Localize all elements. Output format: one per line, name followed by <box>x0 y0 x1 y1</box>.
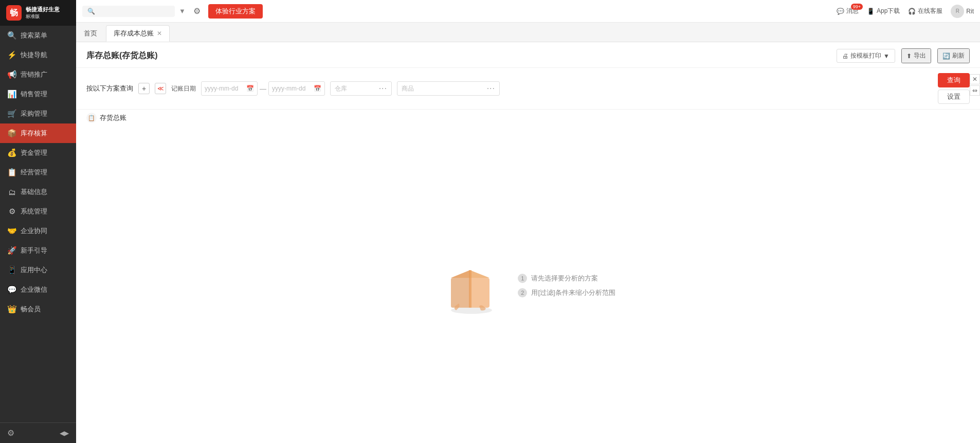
warehouse-placeholder: 仓库 <box>335 84 347 93</box>
panel-controls: ✕ ⇔ <box>970 74 980 96</box>
empty-illustration <box>441 255 502 316</box>
export-label: 导出 <box>914 51 926 60</box>
template-print-button[interactable]: 🖨 按模板打印 ▼ <box>837 49 895 63</box>
export-icon: ⬆ <box>906 52 912 60</box>
sidebar-item-search[interactable]: 🔍 搜索菜单 <box>0 26 76 45</box>
content-wrapper: 库存总账(存货总账) 🖨 按模板打印 ▼ ⬆ 导出 🔄 刷新 <box>76 42 980 443</box>
page-header-actions: 🖨 按模板打印 ▼ ⬆ 导出 🔄 刷新 <box>837 48 970 63</box>
sidebar-item-coop[interactable]: 🤝 企业协同 <box>0 221 76 241</box>
capital-icon: 💰 <box>7 148 16 157</box>
date-end-input[interactable]: yyyy-mm-dd 📅 <box>268 81 325 96</box>
app-download-button[interactable]: 📱 App下载 <box>867 7 900 15</box>
sidebar-item-capital[interactable]: 💰 资金管理 <box>0 143 76 163</box>
industry-btn[interactable]: 体验行业方案 <box>208 4 263 19</box>
scheme-label: 存货总账 <box>100 113 126 122</box>
inventory-icon: 📦 <box>7 129 16 138</box>
wechat-icon: 💬 <box>7 285 16 294</box>
sidebar-item-label: 资金管理 <box>21 148 47 157</box>
right-actions: 查询 设置 <box>938 73 970 104</box>
appcenter-icon: 📱 <box>7 265 16 275</box>
sidebar-item-label: 畅会员 <box>21 305 41 314</box>
hint-num-1: 1 <box>518 274 527 283</box>
tab-close-icon[interactable]: ✕ <box>157 30 162 37</box>
refresh-button[interactable]: 🔄 刷新 <box>937 48 970 63</box>
topbar-chevron-icon[interactable]: ▼ <box>179 7 186 15</box>
sidebar-item-marketing[interactable]: 📢 营销推广 <box>0 65 76 84</box>
sidebar-item-guide[interactable]: 🚀 新手引导 <box>0 241 76 260</box>
date-start-input[interactable]: yyyy-mm-dd 📅 <box>201 81 258 96</box>
refresh-label: 刷新 <box>952 51 965 60</box>
calendar-end-icon[interactable]: 📅 <box>314 85 321 92</box>
refresh-icon: 🔄 <box>942 52 950 60</box>
date-end-placeholder: yyyy-mm-dd <box>272 85 305 92</box>
date-separator: — <box>260 85 266 93</box>
guide-icon: 🚀 <box>7 246 16 255</box>
sidebar-item-sales[interactable]: 📊 销售管理 <box>0 84 76 104</box>
sidebar-item-basic[interactable]: 🗂 基础信息 <box>0 182 76 202</box>
query-button[interactable]: 查询 <box>938 73 970 87</box>
sidebar-settings-icon[interactable]: ⚙ <box>7 428 14 438</box>
sidebar-collapse-icon[interactable]: ◀▶ <box>60 430 69 437</box>
sales-icon: 📊 <box>7 90 16 99</box>
product-select[interactable]: 商品 ··· <box>397 81 500 96</box>
panel-close-button[interactable]: ✕ <box>970 74 980 84</box>
filter-add-button[interactable]: + <box>138 83 150 94</box>
scheme-icon: 📋 <box>86 113 97 123</box>
headset-icon: 🎧 <box>908 8 916 15</box>
sidebar-item-inventory[interactable]: 📦 库存核算 <box>0 123 76 143</box>
sidebar-item-label: 快捷导航 <box>21 50 47 60</box>
sidebar-item-label: 企业协同 <box>21 226 47 236</box>
page-title: 库存总账(存货总账) <box>86 50 158 61</box>
topbar-right: 💬 消息 99+ 📱 App下载 🎧 在线客服 R Rit <box>837 5 974 18</box>
topbar-gear-button[interactable]: ⚙ <box>190 4 204 19</box>
message-button[interactable]: 💬 消息 99+ <box>837 7 859 15</box>
user-avatar: R <box>951 5 964 18</box>
sidebar-item-appcenter[interactable]: 📱 应用中心 <box>0 260 76 280</box>
system-icon: ⚙ <box>7 207 16 216</box>
sidebar-item-label: 库存核算 <box>21 129 47 138</box>
member-icon: 👑 <box>7 305 16 314</box>
setting-button[interactable]: 设置 <box>938 90 970 104</box>
sidebar-item-member[interactable]: 👑 畅会员 <box>0 299 76 319</box>
empty-hint-2: 2 用[过滤]条件来缩小分析范围 <box>518 288 615 297</box>
shortcut-icon: ⚡ <box>7 50 16 60</box>
sidebar-bottom: ⚙ ◀▶ <box>0 422 76 443</box>
tab-home-label: 首页 <box>84 29 97 38</box>
search-icon: 🔍 <box>7 31 16 40</box>
sidebar-item-system[interactable]: ⚙ 系统管理 <box>0 202 76 221</box>
sidebar-item-label: 采购管理 <box>21 109 47 118</box>
topbar-search[interactable]: 🔍 <box>82 6 175 17</box>
warehouse-more-icon: ··· <box>379 84 387 93</box>
date-range: yyyy-mm-dd 📅 — yyyy-mm-dd 📅 <box>201 81 325 96</box>
app-download-label: App下载 <box>877 7 900 15</box>
empty-hint-1: 1 请先选择要分析的方案 <box>518 274 615 283</box>
online-service-button[interactable]: 🎧 在线客服 <box>908 7 942 15</box>
operation-icon: 📋 <box>7 168 16 177</box>
chevron-down-icon: ▼ <box>883 52 890 60</box>
logo-icon: 畅 <box>6 5 22 21</box>
online-service-label: 在线客服 <box>918 7 942 15</box>
sidebar-item-label: 新手引导 <box>21 246 47 255</box>
sidebar: 畅 畅捷通好生意 标准版 🔍 搜索菜单 ⚡ 快捷导航 📢 营销推广 📊 销售管理… <box>0 0 76 443</box>
app-name: 畅捷通好生意 <box>26 6 60 13</box>
sidebar-item-operation[interactable]: 📋 经营管理 <box>0 163 76 182</box>
sidebar-item-shortcut[interactable]: ⚡ 快捷导航 <box>0 45 76 65</box>
sidebar-item-label: 经营管理 <box>21 168 47 177</box>
sidebar-item-label: 系统管理 <box>21 207 47 216</box>
calendar-start-icon[interactable]: 📅 <box>246 85 254 92</box>
svg-rect-2 <box>451 278 470 308</box>
sidebar-item-wechat[interactable]: 💬 企业微信 <box>0 280 76 299</box>
sidebar-item-purchase[interactable]: 🛒 采购管理 <box>0 104 76 123</box>
empty-text: 1 请先选择要分析的方案 2 用[过滤]条件来缩小分析范围 <box>518 274 615 297</box>
panel-expand-button[interactable]: ⇔ <box>970 85 980 96</box>
filter-collapse-button[interactable]: ≪ <box>155 83 166 94</box>
export-button[interactable]: ⬆ 导出 <box>901 48 931 63</box>
tab-inventory-cost[interactable]: 库存成本总账 ✕ <box>106 25 170 42</box>
tab-home[interactable]: 首页 <box>76 25 105 42</box>
warehouse-select[interactable]: 仓库 ··· <box>330 81 392 96</box>
sidebar-item-label: 营销推广 <box>21 70 47 79</box>
purchase-icon: 🛒 <box>7 109 16 118</box>
date-field-label: 记账日期 <box>171 84 196 93</box>
user-profile[interactable]: R Rit <box>951 5 974 18</box>
phone-icon: 📱 <box>867 8 875 15</box>
